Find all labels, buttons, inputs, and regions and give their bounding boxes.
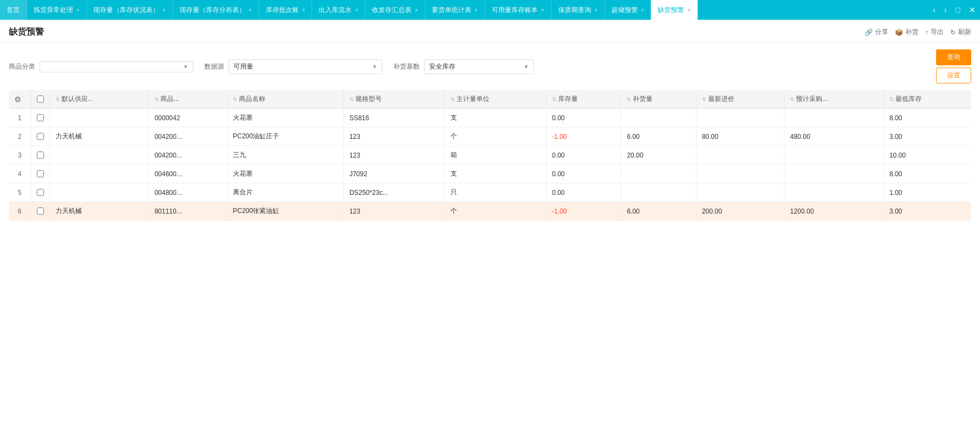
replenish-base-filter: 补货基数 安全库存 ▼ xyxy=(393,59,534,74)
close-batch-icon[interactable]: × xyxy=(302,7,305,13)
row-num: 1 xyxy=(9,109,31,127)
row-min-stock: 8.00 xyxy=(883,109,971,127)
tab-order-stat[interactable]: 要货单统计表 × xyxy=(425,0,485,20)
datasource-label: 数据源 xyxy=(204,62,224,71)
th-unit: ⇅ 主计量单位 xyxy=(445,90,547,109)
category-select[interactable]: ▼ xyxy=(40,61,193,72)
row-supplier: 力天机械 xyxy=(49,202,149,221)
refresh-button[interactable]: ↻ 刷新 xyxy=(950,27,971,37)
refresh-icon: ↻ xyxy=(950,29,956,36)
row-replenish: 20.00 xyxy=(621,146,696,165)
close-receipt-icon[interactable]: × xyxy=(415,7,418,13)
table-row: 3 004200... 三九 123 箱 0.00 20.00 10.00 xyxy=(9,146,971,165)
share-button[interactable]: 🔗 分享 xyxy=(865,27,888,37)
th-stock: ⇅ 库存量 xyxy=(546,90,621,109)
tab-flow[interactable]: 出入库流水 × xyxy=(312,0,365,20)
row-name: 三九 xyxy=(227,146,343,165)
tab-avail-ledger[interactable]: 可用量库存账本 × xyxy=(485,0,552,20)
row-replenish xyxy=(621,183,696,202)
category-filter: 商品分类 ▼ xyxy=(9,61,193,72)
tab-abnormal[interactable]: 拣货异常处理 × xyxy=(27,0,87,20)
close-order-stat-icon[interactable]: × xyxy=(475,7,478,13)
th-est-purchase-sort-icon: ⇅ xyxy=(790,97,794,102)
row-replenish xyxy=(621,109,696,127)
close-stock-dist-icon[interactable]: × xyxy=(249,7,252,13)
close-overstock-icon[interactable]: × xyxy=(641,7,644,13)
row-checkbox[interactable] xyxy=(37,133,44,140)
filter-bar: 商品分类 ▼ 数据源 可用量 ▼ 补货基数 安全库存 ▼ 查询 设置 xyxy=(0,43,980,90)
th-spec: ⇅ 规格型号 xyxy=(343,90,444,109)
tab-bar: 首页 拣货异常处理 × 现存量（库存状况表） × 现存量（库存分布表） × 库存… xyxy=(0,0,980,20)
row-min-stock: 8.00 xyxy=(883,165,971,183)
close-stock-status-icon[interactable]: × xyxy=(163,7,166,13)
tab-shortage[interactable]: 缺货预警 × xyxy=(651,0,698,20)
tab-prev-button[interactable]: ‹ xyxy=(928,0,940,20)
category-label: 商品分类 xyxy=(9,62,35,71)
row-checkbox[interactable] xyxy=(37,152,44,159)
tab-close-all-button[interactable]: ✕ xyxy=(965,0,980,20)
close-avail-ledger-icon[interactable]: × xyxy=(541,7,544,13)
table-container: ⚙ ⇅ 默认供应... ⇅ 商品... xyxy=(0,90,980,221)
row-min-stock: 3.00 xyxy=(883,127,971,146)
row-code: 004800... xyxy=(149,183,227,202)
replenish-base-label: 补货基数 xyxy=(393,62,420,71)
tab-receipt[interactable]: 收发存汇总表 × xyxy=(365,0,425,20)
row-stock: 0.00 xyxy=(546,109,621,127)
settings-button[interactable]: 设置 xyxy=(936,68,971,83)
tab-nav-actions: ‹ › □ ✕ xyxy=(928,0,980,20)
row-unit: 箱 xyxy=(445,146,547,165)
th-min-stock-sort-icon: ⇅ xyxy=(889,97,894,102)
tab-stock-status[interactable]: 现存量（库存状况表） × xyxy=(87,0,173,20)
row-checkbox-cell xyxy=(31,127,49,146)
replenish-button[interactable]: 📦 补货 xyxy=(895,27,918,37)
row-checkbox[interactable] xyxy=(37,114,44,121)
row-unit: 个 xyxy=(445,127,547,146)
th-latest-price: ⇅ 最新进价 xyxy=(696,90,784,109)
datasource-select-value: 可用量 xyxy=(233,62,253,71)
filter-actions: 查询 设置 xyxy=(936,49,971,83)
close-expiry-icon[interactable]: × xyxy=(594,7,598,13)
th-min-stock: ⇅ 最低库存 xyxy=(883,90,971,109)
select-all-checkbox[interactable] xyxy=(37,96,44,103)
table-row: 2 力天机械 004200... PC200油缸庄子 123 个 -1.00 6… xyxy=(9,127,971,146)
row-checkbox[interactable] xyxy=(37,208,44,215)
close-flow-icon[interactable]: × xyxy=(355,7,358,13)
row-checkbox[interactable] xyxy=(37,170,44,177)
tab-home[interactable]: 首页 xyxy=(0,0,27,20)
replenish-base-select[interactable]: 安全库存 ▼ xyxy=(424,59,534,74)
query-button[interactable]: 查询 xyxy=(936,49,971,65)
row-unit: 支 xyxy=(445,165,547,183)
row-unit: 只 xyxy=(445,183,547,202)
row-name: PC200油缸庄子 xyxy=(227,127,343,146)
column-settings-icon[interactable]: ⚙ xyxy=(14,95,21,104)
row-supplier xyxy=(49,165,149,183)
tab-stock-dist[interactable]: 现存量（库存分布表） × xyxy=(173,0,259,20)
th-supplier: ⇅ 默认供应... xyxy=(49,90,149,109)
table-row: 5 004800... 离合片 DS250*23c... 只 0.00 1.00 xyxy=(9,183,971,202)
row-supplier: 力天机械 xyxy=(49,127,149,146)
tab-batch[interactable]: 库存批次账 × xyxy=(259,0,313,20)
tab-expiry[interactable]: 保质期查询 × xyxy=(552,0,605,20)
datasource-select[interactable]: 可用量 ▼ xyxy=(229,59,382,74)
th-code: ⇅ 商品... xyxy=(149,90,227,109)
row-est-purchase: 480.00 xyxy=(784,127,884,146)
row-supplier xyxy=(49,146,149,165)
row-min-stock: 3.00 xyxy=(883,202,971,221)
tab-restore-button[interactable]: □ xyxy=(951,0,965,20)
row-code: 801110... xyxy=(149,202,227,221)
row-supplier xyxy=(49,183,149,202)
row-checkbox-cell xyxy=(31,202,49,221)
close-abnormal-icon[interactable]: × xyxy=(76,7,80,13)
tab-overstock[interactable]: 超储预警 × xyxy=(605,0,652,20)
row-replenish xyxy=(621,165,696,183)
tab-next-button[interactable]: › xyxy=(940,0,951,20)
data-table: ⚙ ⇅ 默认供应... ⇅ 商品... xyxy=(9,90,971,221)
export-button[interactable]: ↑ 导出 xyxy=(925,27,944,37)
page-header: 缺货预警 🔗 分享 📦 补货 ↑ 导出 ↻ 刷新 xyxy=(0,20,980,43)
th-gear: ⚙ xyxy=(9,90,31,109)
row-min-stock: 1.00 xyxy=(883,183,971,202)
th-name-sort-icon: ⇅ xyxy=(233,97,237,102)
row-stock: 0.00 xyxy=(546,183,621,202)
close-shortage-icon[interactable]: × xyxy=(687,7,691,13)
row-checkbox[interactable] xyxy=(37,189,44,196)
